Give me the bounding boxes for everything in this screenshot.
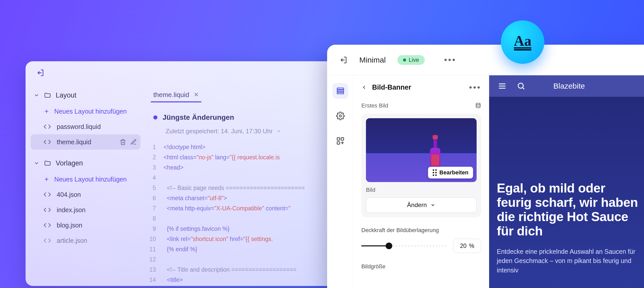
last-saved-text: Zuletzt gespeichert: 14. Juni, 17:30 Uhr	[166, 128, 273, 135]
code-icon	[43, 191, 51, 198]
svg-rect-6	[337, 142, 340, 144]
file-article[interactable]: article.json	[31, 233, 141, 248]
image-label: Bild	[366, 187, 477, 193]
group-layout[interactable]: Layout	[31, 87, 141, 104]
file-label: index.json	[57, 206, 86, 214]
svg-rect-0	[337, 88, 344, 90]
opacity-slider[interactable]	[361, 245, 447, 246]
svg-point-7	[476, 103, 480, 105]
edit-chip-label: Bearbeiten	[439, 169, 468, 176]
code-icon	[43, 237, 51, 244]
svg-rect-4	[337, 138, 340, 140]
rail-sections[interactable]	[332, 83, 348, 99]
opacity-number: 20	[460, 243, 467, 249]
change-image-button[interactable]: Ändern	[366, 197, 477, 213]
group-templates-label: Vorlagen	[56, 159, 83, 167]
file-404[interactable]: 404.json	[31, 187, 141, 202]
typography-badge-label: Aa	[514, 34, 531, 51]
more-icon[interactable]: •••	[469, 82, 481, 92]
add-layout-label: Neues Layout hinzufügen	[54, 108, 127, 115]
file-label: blog.json	[57, 222, 82, 229]
file-label: theme.liquid	[57, 138, 91, 146]
search-icon[interactable]	[517, 82, 525, 90]
svg-line-12	[523, 88, 524, 89]
typography-badge[interactable]: Aa	[501, 20, 544, 64]
code-icon	[43, 221, 51, 229]
file-password[interactable]: password.liquid	[31, 119, 141, 134]
inspector-title: Bild-Banner	[372, 83, 411, 91]
live-text: Live	[409, 57, 419, 63]
first-image-label: Erstes Bild	[361, 102, 388, 109]
recent-changes-title: Jüngste Änderungen	[153, 113, 340, 122]
hero-subtext: Entdecke eine prickelnde Auswahl an Sauc…	[497, 247, 641, 275]
file-tree: Layout + Neues Layout hinzufügen passwor…	[26, 84, 146, 286]
opacity-value[interactable]: 20 %	[453, 239, 481, 253]
chevron-down-icon	[430, 202, 435, 208]
tab-label: theme.liquid	[153, 91, 189, 99]
hero-headline: Egal, ob mild oder feurig scharf, wir ha…	[497, 181, 641, 238]
file-index[interactable]: index.json	[31, 202, 141, 218]
sections-icon	[336, 87, 345, 95]
code-icon	[43, 138, 51, 146]
pencil-icon[interactable]	[130, 139, 137, 145]
nav-rail	[327, 75, 354, 288]
opacity-slider-row: 20 %	[361, 239, 481, 253]
folder-icon	[44, 92, 51, 99]
file-blog[interactable]: blog.json	[31, 218, 141, 233]
hamburger-icon[interactable]	[498, 82, 507, 90]
svg-rect-2	[337, 92, 344, 94]
editor-topbar	[26, 61, 340, 84]
file-label: article.json	[57, 237, 87, 244]
inspector: Bild-Banner ••• Erstes Bild Bearbeiten	[354, 75, 489, 288]
code-icon	[43, 206, 51, 214]
trash-icon[interactable]	[120, 139, 126, 145]
exit-icon[interactable]	[339, 56, 348, 64]
code-text: <!doctype html>	[164, 142, 205, 152]
mobile-preview: Blazebite Egal, ob mild oder feurig scha…	[489, 75, 644, 288]
opacity-unit: %	[469, 243, 474, 249]
image-preview[interactable]: Bearbeiten	[366, 118, 477, 182]
opacity-label: Deckkraft der Bildüberlagerung	[361, 227, 481, 234]
apps-icon	[336, 137, 345, 145]
live-dot-icon	[403, 58, 406, 62]
group-templates[interactable]: Vorlagen	[31, 155, 141, 172]
more-icon[interactable]: •••	[444, 55, 456, 65]
unsaved-dot-icon	[153, 115, 157, 119]
group-layout-label: Layout	[56, 91, 76, 99]
theme-header: Minimal Live •••	[327, 45, 644, 75]
code-block[interactable]: 1<!doctype html> 2<html class="no-js" la…	[146, 142, 340, 286]
file-theme[interactable]: theme.liquid	[31, 134, 141, 150]
chevron-left-icon[interactable]	[361, 85, 367, 90]
svg-rect-1	[337, 90, 344, 92]
status-badge: Live	[397, 55, 424, 65]
dynamic-source-icon[interactable]	[475, 103, 481, 109]
mobile-hero: Egal, ob mild oder feurig scharf, wir ha…	[489, 97, 644, 288]
last-saved[interactable]: Zuletzt gespeichert: 14. Juni, 17:30 Uhr	[166, 128, 340, 135]
mobile-brand[interactable]: Blazebite	[553, 82, 585, 90]
add-layout[interactable]: + Neues Layout hinzufügen	[31, 104, 141, 119]
image-size-label: Bildgröße	[361, 263, 481, 270]
file-label: 404.json	[57, 191, 81, 198]
plus-icon: +	[44, 175, 49, 183]
plus-icon: +	[44, 107, 49, 115]
code-pane: theme.liquid ✕ Jüngste Änderungen Zuletz…	[146, 84, 340, 286]
image-picker: Bearbeiten Bild Ändern	[361, 114, 481, 217]
theme-editor-panel: Minimal Live ••• Bild-Banner ••• Erstes …	[327, 45, 644, 288]
tab-theme[interactable]: theme.liquid ✕	[151, 88, 201, 102]
slider-knob-icon[interactable]	[386, 243, 392, 249]
svg-point-11	[518, 83, 523, 88]
rail-apps[interactable]	[332, 133, 348, 149]
chevron-up-icon	[276, 129, 281, 134]
change-btn-label: Ändern	[407, 201, 427, 209]
code-icon	[43, 123, 51, 130]
theme-name: Minimal	[359, 56, 386, 64]
rail-settings[interactable]	[332, 108, 348, 124]
close-icon[interactable]: ✕	[194, 91, 199, 98]
code-editor-panel: Layout + Neues Layout hinzufügen passwor…	[26, 61, 340, 286]
folder-icon	[44, 160, 51, 167]
svg-rect-5	[341, 138, 343, 140]
edit-image-button[interactable]: Bearbeiten	[428, 167, 473, 178]
add-template[interactable]: + Neues Layout hinzufügen	[31, 172, 141, 187]
exit-icon[interactable]	[36, 68, 44, 77]
file-label: password.liquid	[57, 123, 101, 130]
